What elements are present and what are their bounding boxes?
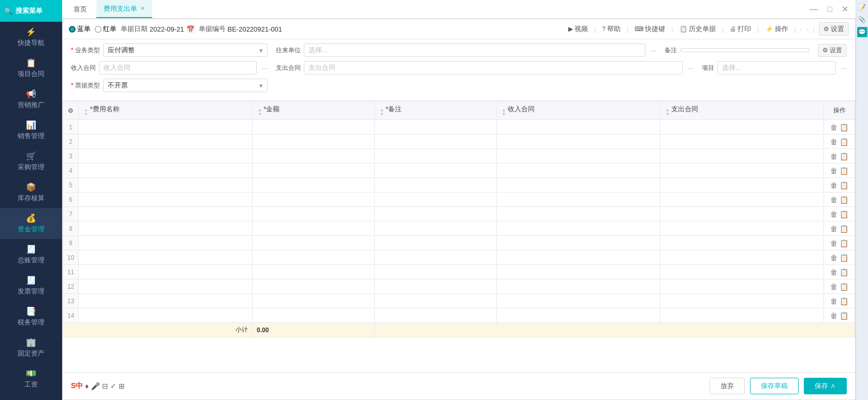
row-delete-2[interactable]: 🗑 (830, 138, 837, 146)
cell-expense-contract-2[interactable] (660, 135, 823, 149)
nav-prev[interactable]: ‹ (800, 25, 802, 33)
row-copy-10[interactable]: 📋 (840, 254, 848, 262)
cell-income-contract-1[interactable] (496, 120, 660, 135)
cell-amount-3[interactable] (253, 149, 375, 164)
form-settings-btn[interactable]: ⚙ 设置 (818, 44, 847, 57)
cell-expense-name-7[interactable] (79, 207, 253, 221)
row-copy-7[interactable]: 📋 (840, 210, 848, 218)
cell-expense-contract-8[interactable] (660, 221, 823, 236)
sidebar-item-purchase[interactable]: 🛒采购管理 (0, 146, 62, 177)
row-delete-4[interactable]: 🗑 (830, 167, 837, 175)
save-draft-btn[interactable]: 保存草稿 (750, 378, 799, 394)
project-input[interactable]: 选择... (717, 61, 836, 75)
cell-expense-name-1[interactable] (79, 120, 253, 135)
row-delete-14[interactable]: 🗑 (830, 312, 837, 320)
cell-remark-7[interactable] (374, 207, 496, 221)
row-delete-13[interactable]: 🗑 (830, 297, 837, 305)
cell-amount-11[interactable] (253, 265, 375, 279)
cell-remark-10[interactable] (374, 250, 496, 265)
cell-income-contract-11[interactable] (496, 265, 660, 279)
cell-expense-contract-7[interactable] (660, 207, 823, 221)
cell-expense-contract-4[interactable] (660, 164, 823, 178)
cell-remark-12[interactable] (374, 279, 496, 294)
cell-expense-name-3[interactable] (79, 149, 253, 164)
cell-remark-3[interactable] (374, 149, 496, 164)
col-settings[interactable]: ⚙ (63, 101, 79, 120)
shortcut-btn[interactable]: ⌨ 快捷键 (632, 23, 667, 35)
row-copy-14[interactable]: 📋 (840, 312, 848, 320)
row-copy-2[interactable]: 📋 (840, 138, 848, 146)
cell-expense-contract-11[interactable] (660, 265, 823, 279)
row-copy-1[interactable]: 📋 (840, 123, 848, 131)
sort-income-contract[interactable]: ▲▼ (502, 108, 506, 116)
blue-bill-input[interactable] (69, 26, 76, 33)
cell-amount-13[interactable] (253, 294, 375, 308)
brand-icon-s[interactable]: S中 (71, 381, 83, 391)
cell-income-contract-3[interactable] (496, 149, 660, 164)
cell-expense-name-11[interactable] (79, 265, 253, 279)
cell-amount-4[interactable] (253, 164, 375, 178)
cell-amount-14[interactable] (253, 308, 375, 323)
sort-amount[interactable]: ▲▼ (258, 108, 262, 116)
row-delete-9[interactable]: 🗑 (830, 239, 837, 247)
cell-amount-1[interactable] (253, 120, 375, 135)
cell-remark-11[interactable] (374, 265, 496, 279)
expense-contract-dots[interactable]: ··· (688, 64, 694, 72)
cell-expense-name-14[interactable] (79, 308, 253, 323)
sidebar-item-sales[interactable]: 📊销售管理 (0, 115, 62, 146)
right-icon-attachment[interactable]: 📎 (857, 14, 867, 25)
sidebar-item-inventory[interactable]: 📦库存核算 (0, 177, 62, 208)
cell-income-contract-2[interactable] (496, 135, 660, 149)
row-delete-7[interactable]: 🗑 (830, 210, 837, 218)
row-copy-4[interactable]: 📋 (840, 167, 848, 175)
partner-input[interactable]: 选择... (304, 43, 645, 57)
cell-amount-6[interactable] (253, 192, 375, 207)
row-copy-11[interactable]: 📋 (840, 268, 848, 276)
cell-amount-7[interactable] (253, 207, 375, 221)
cell-income-contract-8[interactable] (496, 221, 660, 236)
brand-icon-table[interactable]: ⊟ (102, 382, 108, 390)
cell-remark-8[interactable] (374, 221, 496, 236)
cell-expense-name-13[interactable] (79, 294, 253, 308)
cell-expense-contract-6[interactable] (660, 192, 823, 207)
cell-amount-10[interactable] (253, 250, 375, 265)
row-delete-1[interactable]: 🗑 (830, 123, 837, 131)
window-minimize[interactable]: — (806, 4, 821, 15)
sidebar-item-accounting[interactable]: 🧾总账管理 (0, 239, 62, 270)
sidebar-item-marketing[interactable]: 📢营销推广 (0, 84, 62, 115)
cell-amount-8[interactable] (253, 221, 375, 236)
abandon-btn[interactable]: 放弃 (710, 378, 745, 394)
invoice-type-input[interactable]: 不开票 ▾ (103, 79, 268, 92)
cell-amount-12[interactable] (253, 279, 375, 294)
brand-icon-mic[interactable]: 🎤 (91, 382, 100, 390)
row-copy-13[interactable]: 📋 (840, 297, 848, 305)
cell-amount-9[interactable] (253, 236, 375, 250)
cell-expense-name-4[interactable] (79, 164, 253, 178)
row-delete-8[interactable]: 🗑 (830, 225, 837, 233)
cell-expense-contract-5[interactable] (660, 178, 823, 192)
cell-remark-13[interactable] (374, 294, 496, 308)
row-copy-8[interactable]: 📋 (840, 225, 848, 233)
tab-expense-close[interactable]: ✕ (140, 5, 145, 12)
sort-remark[interactable]: ▲▼ (380, 108, 384, 116)
cell-income-contract-12[interactable] (496, 279, 660, 294)
right-icon-chat[interactable]: 💬 (857, 27, 867, 37)
sidebar-item-quick-nav[interactable]: ⚡快捷导航 (0, 22, 62, 53)
cell-remark-5[interactable] (374, 178, 496, 192)
print-btn[interactable]: 🖨 打印 (728, 23, 753, 35)
brand-icon-check[interactable]: ✓ (110, 382, 116, 390)
cell-expense-contract-13[interactable] (660, 294, 823, 308)
income-contract-dots[interactable]: ··· (262, 64, 268, 72)
cell-income-contract-10[interactable] (496, 250, 660, 265)
row-copy-12[interactable]: 📋 (840, 283, 848, 291)
cell-remark-14[interactable] (374, 308, 496, 323)
red-bill-input[interactable] (95, 26, 101, 33)
row-copy-6[interactable]: 📋 (840, 196, 848, 204)
project-dots[interactable]: ··· (841, 64, 847, 72)
cell-expense-name-6[interactable] (79, 192, 253, 207)
cell-expense-name-10[interactable] (79, 250, 253, 265)
cell-expense-contract-12[interactable] (660, 279, 823, 294)
row-delete-11[interactable]: 🗑 (830, 268, 837, 276)
cell-expense-name-8[interactable] (79, 221, 253, 236)
sidebar-header[interactable]: 🔍 搜索菜单 (0, 0, 62, 22)
